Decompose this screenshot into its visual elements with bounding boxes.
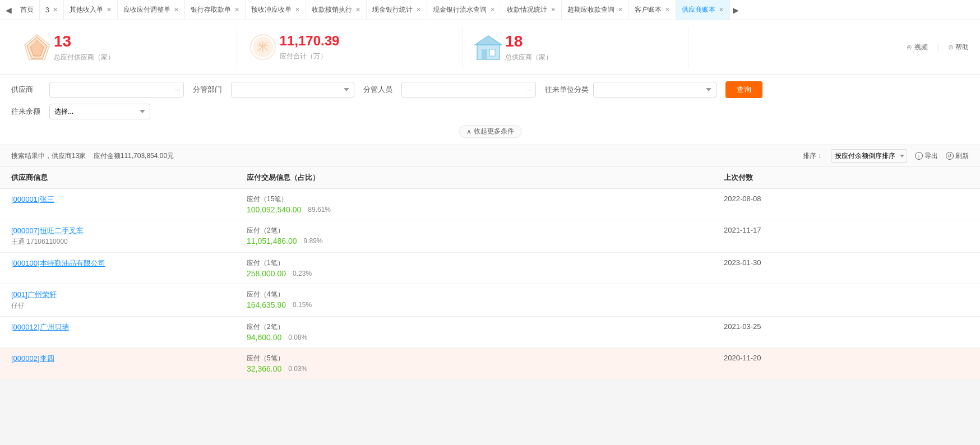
nav-right-arrow[interactable]: ▶ [730,0,742,20]
nav-left-arrow[interactable]: ◀ [2,0,15,20]
summary-actions: ⊙ 视频 ｜ ⊙ 帮助 [895,43,969,52]
payable-suppliers-label: 总应付供应商（家） [54,53,114,62]
tx-amount[interactable]: 94,600.00 [247,333,281,342]
nav-tab-other-income-close[interactable]: ✕ [107,6,112,13]
export-icon: ↓ [915,152,923,160]
supplier-ellipsis[interactable]: ··· [175,86,181,94]
nav-tab-collection-stats-close[interactable]: ✕ [551,6,556,13]
query-button[interactable]: 查询 [725,81,762,98]
nav-tab-supplier-account[interactable]: 供应商账本 ✕ [676,0,730,20]
col-header-transaction: 应付交易信息（占比） [235,167,713,189]
summary-bar: 13 总应付供应商（家） 米 11,170.39 应付合计（万） [0,20,980,75]
tx-amount[interactable]: 164,635.90 [247,300,286,309]
total-suppliers-value: 18 [505,32,552,51]
result-text1: 搜索结果中，供应商13家 [11,152,86,160]
table-row[interactable]: [000012]广州贝瑞应付（2笔）94,600.000.08%2021-03-… [0,317,980,348]
dept-field: 分管部门 [193,82,354,98]
person-field: 分管人员 ··· [363,82,536,98]
result-actions: 排序： 按应付余额倒序排序 ↓ 导出 ↺ 刷新 [803,149,969,163]
video-label: 视频 [914,43,928,51]
supplier-link[interactable]: [001]广州荣轩 [11,290,57,299]
table-header-row: 供应商信息 应付交易信息（占比） 上次付数 [0,167,980,189]
supplier-table: 供应商信息 应付交易信息（占比） 上次付数 [000001]张三应付（15笔）1… [0,167,980,379]
nav-tab-ap-adjustment[interactable]: 应收应付调整单 ✕ [118,0,185,20]
table-row[interactable]: [001]广州荣轩仔仔应付（4笔）164,635.900.15% [0,284,980,317]
export-button[interactable]: ↓ 导出 [915,151,938,161]
video-link[interactable]: ⊙ 视频 [907,43,927,52]
nav-tab-cash-flow-close[interactable]: ✕ [490,6,495,13]
nav-tab-collection-verify-label: 收款核销执行 [312,5,352,15]
nav-tab-collection-stats-label: 收款情况统计 [507,5,547,15]
tx-amount[interactable]: 100,092,540.00 [247,205,301,214]
top-navigation: ◀ 首页 3 ✕ 其他收入单 ✕ 应收应付调整单 ✕ 银行存取款单 ✕ 预收冲应… [0,0,980,20]
supplier-link[interactable]: [000001]张三 [11,195,54,203]
transaction-cell: 应付（1笔）258,000.000.23% [235,253,713,284]
person-input[interactable] [401,82,536,98]
supplier-link[interactable]: [000100]本特勤油品有限公司 [11,259,105,267]
supplier-cell: [000002]李四 [0,348,235,379]
nav-tab-customer-account[interactable]: 客户账本 ✕ [629,0,676,20]
supplier-field: 供应商 ··· [11,82,184,98]
category-field: 往来单位分类 [545,82,716,98]
tx-amount[interactable]: 32,366.00 [247,364,281,373]
table-row[interactable]: [000001]张三应付（15笔）100,092,540.0089.61%202… [0,189,980,220]
collapse-button[interactable]: ∧ 收起更多条件 [459,125,521,138]
nav-tab-other-income[interactable]: 其他收入单 ✕ [64,0,118,20]
diamond-icon [20,30,54,64]
supplier-input[interactable] [49,82,184,98]
nav-tab-bank-deposit[interactable]: 银行存取款单 ✕ [185,0,246,20]
supplier-cell: [000100]本特勤油品有限公司 [0,253,235,284]
nav-tab-collection-stats[interactable]: 收款情况统计 ✕ [501,0,562,20]
table-row[interactable]: [000002]李四应付（5笔）32,366.000.03%2020-11-20 [0,348,980,379]
balance-select[interactable]: 选择... [49,104,150,119]
nav-tab-advance-collection[interactable]: 预收冲应收单 ✕ [246,0,306,20]
nav-tab-collection-verify[interactable]: 收款核销执行 ✕ [306,0,367,20]
nav-tab-advance-collection-close[interactable]: ✕ [295,6,300,13]
tx-percent: 0.08% [288,333,307,341]
help-link[interactable]: ⊙ 帮助 [948,43,969,52]
dept-label: 分管部门 [193,85,226,95]
tx-percent: 0.03% [288,365,307,373]
nav-tab-ap-adjustment-close[interactable]: ✕ [174,6,179,13]
nav-tab-customer-account-close[interactable]: ✕ [665,6,670,13]
nav-tab-bank-deposit-close[interactable]: ✕ [234,6,239,13]
total-suppliers-label: 总供应商（家） [505,53,552,62]
nav-tab-3[interactable]: 3 ✕ [40,0,64,20]
sort-label: 排序： [803,151,823,161]
tx-amount[interactable]: 258,000.00 [247,269,286,278]
category-select[interactable] [593,82,716,98]
supplier-cell: [000012]广州贝瑞 [0,317,235,348]
refresh-icon: ↺ [946,152,954,160]
nav-tab-bank-deposit-label: 银行存取款单 [191,5,231,15]
supplier-link[interactable]: [000002]李四 [11,354,54,363]
last-payment-cell: 2020-11-20 [713,348,980,379]
nav-tab-overdue-query-close[interactable]: ✕ [618,6,623,13]
search-row-2: 往来余额 选择... [11,104,969,119]
nav-tab-3-close[interactable]: ✕ [53,6,58,13]
nav-tab-collection-verify-close[interactable]: ✕ [355,6,360,13]
payable-total-label: 应付合计（万） [280,52,340,61]
tx-label: 应付（4笔） [247,290,701,299]
nav-tab-supplier-account-label: 供应商账本 [682,5,715,15]
nav-tab-cash-flow[interactable]: 现金银行流水查询 ✕ [427,0,501,20]
nav-tab-cash-bank-stats-close[interactable]: ✕ [416,6,421,13]
summary-content-total: 11,170.39 应付合计（万） [280,33,340,61]
nav-tab-3-label: 3 [45,6,49,14]
nav-tab-advance-collection-label: 预收冲应收单 [251,5,292,15]
supplier-link[interactable]: [000012]广州贝瑞 [11,323,69,331]
person-ellipsis[interactable]: ··· [527,86,533,94]
tx-amount[interactable]: 11,051,486.00 [247,237,297,245]
nav-tab-overdue-query[interactable]: 超期应收款查询 ✕ [562,0,629,20]
nav-tab-supplier-account-close[interactable]: ✕ [719,6,724,13]
dept-select[interactable] [231,82,354,98]
supplier-link[interactable]: [000007]恒旺二手叉车 [11,226,84,235]
last-payment-cell: 2021-11-17 [713,220,980,253]
nav-tab-cash-bank-stats[interactable]: 现金银行统计 ✕ [367,0,427,20]
last-payment-cell: 2023-01-30 [713,253,980,284]
refresh-button[interactable]: ↺ 刷新 [946,151,969,161]
table-row[interactable]: [000100]本特勤油品有限公司应付（1笔）258,000.000.23%20… [0,253,980,284]
summary-content-payable: 13 总应付供应商（家） [54,32,114,63]
nav-tab-home[interactable]: 首页 [15,0,40,20]
sort-select[interactable]: 按应付余额倒序排序 [831,149,907,163]
table-row[interactable]: [000007]恒旺二手叉车王通 17106110000应付（2笔）11,051… [0,220,980,253]
